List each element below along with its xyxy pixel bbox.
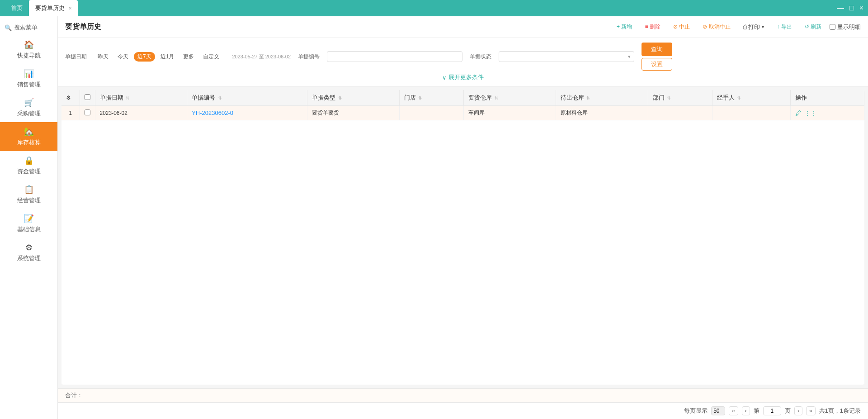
operation-icon: 📋 (24, 185, 34, 195)
row-edit-icon[interactable]: 🖊 (795, 110, 802, 117)
filter-bar: 单据日期 昨天 今天 近7天 近1月 更多 自定义 2023-05-27 至 2… (58, 38, 868, 86)
home-icon: 🏠 (24, 40, 34, 50)
maximize-icon[interactable]: □ (849, 4, 854, 12)
row-checkbox[interactable] (85, 110, 90, 115)
col-department[interactable]: 部门 ⇅ (648, 90, 712, 106)
sort-req-warehouse-icon[interactable]: ⇅ (495, 95, 498, 100)
system-icon: ⚙ (25, 243, 33, 252)
sort-department-icon[interactable]: ⇅ (667, 95, 670, 100)
next-page-btn[interactable]: › (794, 406, 802, 415)
col-doc-date[interactable]: 单据日期 ⇅ (95, 90, 187, 106)
tab-active[interactable]: 要货单历史 × (29, 0, 78, 16)
window-close-icon[interactable]: × (859, 4, 863, 12)
sidebar-item-shortcut[interactable]: 🏠 快捷导航 (0, 35, 57, 64)
inventory-icon: 🏡 (24, 127, 34, 137)
sidebar-item-system[interactable]: ⚙ 系统管理 (0, 238, 57, 267)
per-page-label: 每页显示 (684, 407, 708, 415)
table-footer: 合计： (58, 388, 868, 402)
sidebar-label-sales: 销售管理 (17, 81, 41, 89)
print-button[interactable]: ⎙ 打印 ▾ (739, 21, 769, 33)
query-button[interactable]: 查询 (642, 43, 672, 56)
sidebar-search[interactable]: 🔍 搜索菜单 (0, 20, 57, 35)
cell-doc-no: YH-20230602-0 (187, 106, 307, 120)
page-suffix: 页 (785, 407, 791, 415)
data-table: ⚙ 单据日期 ⇅ 单据编号 ⇅ 单据类型 (61, 90, 864, 120)
sidebar-item-purchase[interactable]: 🛒 采购管理 (0, 93, 57, 122)
page-header: 要货单历史 + 新增 ■ 删除 ⊘ 中止 ⊘ 取消中止 ⎙ 打印 ▾ ↑ 导出 … (58, 16, 868, 38)
cell-department (648, 106, 712, 120)
col-handler[interactable]: 经手人 ⇅ (712, 90, 791, 106)
doc-no-input[interactable] (327, 51, 462, 62)
sort-doc-no-icon[interactable]: ⇅ (218, 95, 222, 100)
expand-more-btn[interactable]: ∨ 展开更多条件 (65, 73, 861, 81)
total-info: 共1页，1条记录 (819, 407, 861, 415)
shortcut-yesterday[interactable]: 昨天 (94, 52, 112, 62)
table-container: ⚙ 单据日期 ⇅ 单据编号 ⇅ 单据类型 (61, 90, 864, 385)
col-doc-type[interactable]: 单据类型 ⇅ (307, 90, 400, 106)
new-button[interactable]: + 新增 (612, 21, 637, 33)
cell-pending-warehouse: 原材料仓库 (556, 106, 648, 120)
per-page-select[interactable]: 10 20 50 100 (711, 406, 725, 415)
purchase-icon: 🛒 (24, 98, 34, 108)
sort-store-icon[interactable]: ⇅ (418, 95, 422, 100)
print-dropdown-icon[interactable]: ▾ (762, 24, 764, 29)
col-checkbox (80, 90, 95, 106)
sort-handler-icon[interactable]: ⇅ (737, 95, 741, 100)
page-prefix: 第 (754, 407, 760, 415)
delete-button[interactable]: ■ 删除 (640, 21, 665, 33)
prev-page-btn[interactable]: ‹ (742, 406, 750, 415)
filter-row-1: 单据日期 昨天 今天 近7天 近1月 更多 自定义 2023-05-27 至 2… (65, 43, 861, 71)
refresh-button[interactable]: ↺ 刷新 (800, 21, 826, 33)
sidebar-label-operation: 经营管理 (17, 196, 41, 205)
sidebar-label-shortcut: 快捷导航 (17, 52, 41, 60)
col-doc-no[interactable]: 单据编号 ⇅ (187, 90, 307, 106)
sidebar: 🔍 搜索菜单 🏠 快捷导航 📊 销售管理 🛒 采购管理 🏡 库存核算 🔒 资金管… (0, 16, 58, 419)
settings-button[interactable]: 设置 (642, 58, 672, 71)
col-settings[interactable]: ⚙ (61, 90, 80, 106)
col-store[interactable]: 门店 ⇅ (400, 90, 464, 106)
expand-chevron-icon: ∨ (442, 74, 447, 81)
search-label: 搜索菜单 (14, 24, 38, 32)
display-detail-checkbox[interactable]: 显示明细 (830, 23, 861, 31)
sidebar-item-operation[interactable]: 📋 经营管理 (0, 180, 57, 209)
active-tab-label: 要货单历史 (35, 4, 65, 12)
search-icon: 🔍 (5, 24, 12, 31)
sidebar-item-basic[interactable]: 📝 基础信息 (0, 209, 57, 238)
doc-no-label: 单据编号 (298, 53, 320, 61)
cell-doc-date: 2023-06-02 (95, 106, 187, 120)
shortcut-7days[interactable]: 近7天 (134, 52, 155, 62)
shortcut-today[interactable]: 今天 (114, 52, 132, 62)
cancel-stop-button[interactable]: ⊘ 取消中止 (698, 21, 735, 33)
display-detail-input[interactable] (830, 24, 835, 30)
doc-no-link[interactable]: YH-20230602-0 (192, 110, 233, 116)
page-input[interactable] (763, 406, 781, 415)
doc-status-select[interactable] (499, 51, 634, 62)
col-req-warehouse[interactable]: 要货仓库 ⇅ (464, 90, 556, 106)
sidebar-item-sales[interactable]: 📊 销售管理 (0, 64, 57, 93)
sort-doc-type-icon[interactable]: ⇅ (338, 95, 342, 100)
sidebar-item-finance[interactable]: 🔒 资金管理 (0, 151, 57, 180)
page-title: 要货单历史 (65, 22, 609, 32)
tab-home[interactable]: 首页 (5, 0, 29, 16)
cell-store (400, 106, 464, 120)
stop-button[interactable]: ⊘ 中止 (669, 21, 694, 33)
sort-pending-warehouse-icon[interactable]: ⇅ (586, 95, 590, 100)
shortcut-custom[interactable]: 自定义 (199, 52, 223, 62)
sidebar-label-purchase: 采购管理 (17, 110, 41, 118)
row-more-icon[interactable]: ⋮⋮ (804, 110, 817, 117)
sort-doc-date-icon[interactable]: ⇅ (126, 95, 129, 100)
sidebar-item-inventory[interactable]: 🏡 库存核算 (0, 122, 57, 151)
last-page-btn[interactable]: » (806, 406, 816, 415)
cell-action: 🖊 ⋮⋮ (791, 106, 864, 120)
cell-req-warehouse: 车间库 (464, 106, 556, 120)
shortcut-1month[interactable]: 近1月 (157, 52, 178, 62)
select-all-checkbox[interactable] (85, 94, 90, 100)
export-button[interactable]: ↑ 导出 (772, 21, 796, 33)
first-page-btn[interactable]: « (729, 406, 738, 415)
minimize-icon[interactable]: — (837, 4, 844, 12)
close-tab-icon[interactable]: × (69, 5, 71, 11)
shortcut-more[interactable]: 更多 (179, 52, 198, 62)
date-label: 单据日期 (65, 53, 87, 61)
table-row: 1 2023-06-02 YH-20230602-0 要货单要货 车间库 原材料… (61, 106, 864, 120)
col-pending-warehouse[interactable]: 待出仓库 ⇅ (556, 90, 648, 106)
